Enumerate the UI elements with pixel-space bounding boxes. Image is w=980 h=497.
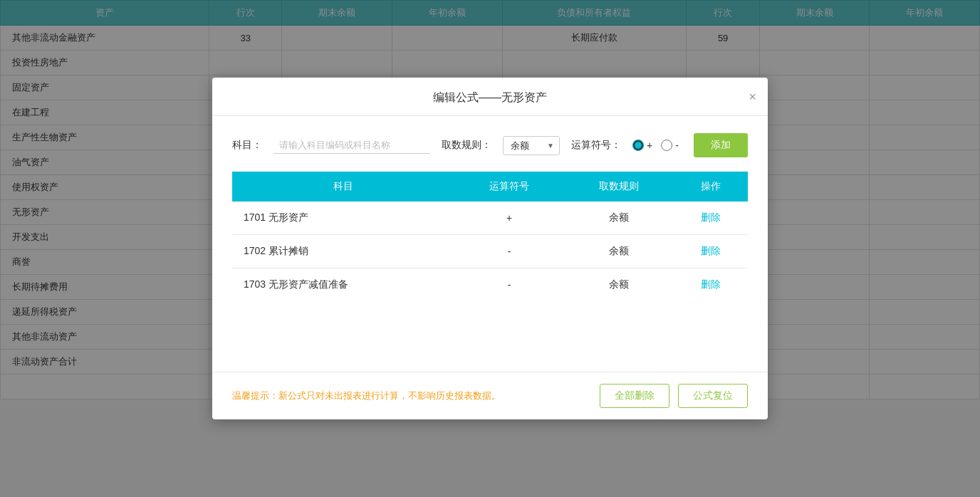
rule-select[interactable]: 余额 借方 贷方 bbox=[503, 136, 560, 155]
operator-plus-radio[interactable] bbox=[632, 140, 644, 151]
formula-operator: + bbox=[454, 202, 564, 235]
modal-header: 编辑公式——无形资产 × bbox=[212, 78, 768, 116]
modal-close-button[interactable]: × bbox=[749, 90, 756, 103]
subject-input[interactable] bbox=[273, 137, 430, 154]
table-header-row: 科目 运算符号 取数规则 操作 bbox=[232, 172, 748, 202]
edit-formula-modal: 编辑公式——无形资产 × 科目： 取数规则： 余额 借方 贷方 ▼ 运算符号： bbox=[212, 78, 768, 419]
formula-rule: 余额 bbox=[564, 268, 674, 302]
footer-tip: 温馨提示：新公式只对未出报表进行计算，不影响历史报表数据。 bbox=[232, 389, 501, 402]
formula-rule: 余额 bbox=[564, 202, 674, 235]
formula-subject: 1702 累计摊销 bbox=[232, 235, 454, 268]
formula-table: 科目 运算符号 取数规则 操作 1701 无形资产 + 余额 删除 1702 累… bbox=[232, 172, 748, 301]
formula-rule: 余额 bbox=[564, 235, 674, 268]
operator-group: + - bbox=[632, 140, 679, 151]
reset-formula-button[interactable]: 公式复位 bbox=[678, 384, 748, 408]
modal-body: 科目： 取数规则： 余额 借方 贷方 ▼ 运算符号： + bbox=[212, 116, 768, 372]
footer-actions: 全部删除 公式复位 bbox=[600, 384, 748, 408]
operator-plus-label[interactable]: + bbox=[632, 140, 652, 151]
formula-operator: - bbox=[454, 235, 564, 268]
modal-title: 编辑公式——无形资产 bbox=[433, 91, 547, 103]
formula-action: 删除 bbox=[673, 268, 748, 302]
col-subject-header: 科目 bbox=[232, 172, 454, 202]
col-action-header: 操作 bbox=[673, 172, 748, 202]
col-rule-header: 取数规则 bbox=[564, 172, 674, 202]
delete-row-button[interactable]: 删除 bbox=[701, 245, 721, 258]
delete-all-button[interactable]: 全部删除 bbox=[600, 384, 669, 408]
formula-row: 1702 累计摊销 - 余额 删除 bbox=[232, 235, 748, 268]
add-button[interactable]: 添加 bbox=[694, 133, 748, 157]
modal-footer: 温馨提示：新公式只对未出报表进行计算，不影响历史报表数据。 全部删除 公式复位 bbox=[212, 372, 768, 419]
operator-label: 运算符号： bbox=[571, 139, 621, 152]
formula-row: 1703 无形资产减值准备 - 余额 删除 bbox=[232, 268, 748, 302]
operator-minus-label[interactable]: - bbox=[661, 140, 679, 151]
operator-minus-radio[interactable] bbox=[661, 140, 672, 151]
formula-row: 1701 无形资产 + 余额 删除 bbox=[232, 202, 748, 235]
formula-form-row: 科目： 取数规则： 余额 借方 贷方 ▼ 运算符号： + bbox=[232, 133, 748, 157]
formula-subject: 1701 无形资产 bbox=[232, 202, 454, 235]
col-operator-header: 运算符号 bbox=[454, 172, 564, 202]
modal-overlay: 编辑公式——无形资产 × 科目： 取数规则： 余额 借方 贷方 ▼ 运算符号： bbox=[0, 0, 980, 497]
formula-operator: - bbox=[454, 268, 564, 302]
formula-action: 删除 bbox=[673, 202, 748, 235]
rule-label: 取数规则： bbox=[442, 139, 491, 152]
rule-select-wrap: 余额 借方 贷方 ▼ bbox=[503, 136, 560, 155]
delete-row-button[interactable]: 删除 bbox=[701, 278, 721, 291]
operator-minus-text: - bbox=[675, 140, 679, 151]
formula-subject: 1703 无形资产减值准备 bbox=[232, 268, 454, 302]
delete-row-button[interactable]: 删除 bbox=[701, 211, 721, 224]
formula-action: 删除 bbox=[673, 235, 748, 268]
operator-plus-text: + bbox=[647, 140, 652, 151]
subject-label: 科目： bbox=[232, 139, 262, 152]
